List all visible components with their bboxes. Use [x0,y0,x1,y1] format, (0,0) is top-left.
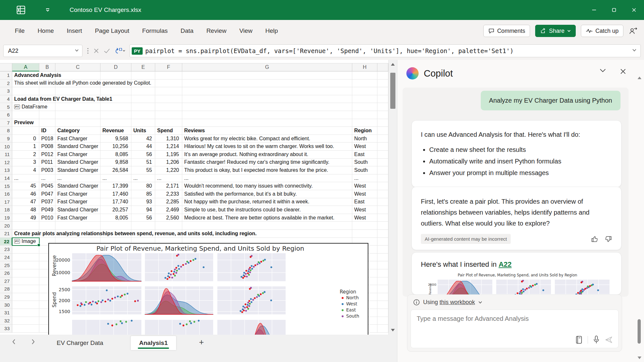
cell[interactable] [155,103,182,111]
send-icon[interactable] [605,336,613,344]
cell[interactable] [377,285,388,293]
cell[interactable]: Fast Charger [55,214,100,222]
column-header-A[interactable]: A [12,63,39,71]
cell[interactable]: P047 [39,190,55,198]
row-header-9[interactable]: 9 [0,135,12,143]
row-header-13[interactable]: 13 [0,166,12,174]
cell[interactable] [377,143,388,151]
cell[interactable]: Region [352,127,377,135]
cell[interactable]: P012 [39,151,55,159]
ribbon-tab-data[interactable]: Data [181,27,194,34]
column-header-E[interactable]: E [131,63,155,71]
cell[interactable] [39,222,55,230]
row-header-33[interactable]: 33 [0,325,12,333]
cell[interactable]: Mediocre at best. There are better optio… [182,214,352,222]
copilot-scroll-up-icon[interactable] [637,76,642,80]
cell[interactable]: 8,005 [100,214,131,222]
column-header-filler[interactable] [377,63,388,71]
copilot-scroll-down-icon[interactable] [637,356,642,360]
copilot-message-input[interactable]: Type a message for Advanced Analysis [411,310,619,348]
next-sheet-icon[interactable] [30,339,36,345]
cell[interactable]: Satisfied with the performance, but it's… [182,190,352,198]
cell[interactable] [377,309,388,317]
cell[interactable]: West [352,143,377,151]
cell[interactable]: P011 [39,159,55,167]
cell[interactable]: Not happy with the purchase, returned it… [182,198,352,206]
inserted-chart-preview[interactable]: Pair Plot of Revenue, Marketing Spend, a… [421,273,612,295]
row-header-10[interactable]: 10 [0,143,12,151]
cell[interactable] [352,230,377,238]
cell[interactable]: Fast Charger [55,135,100,143]
ribbon-tab-page-layout[interactable]: Page Layout [95,27,129,34]
enter-check-icon[interactable] [104,48,110,54]
row-header-29[interactable]: 29 [0,293,12,301]
cell[interactable]: PYDataFrame [12,103,39,111]
row-header-3[interactable]: 3 [0,87,12,95]
ribbon-tab-review[interactable]: Review [206,27,226,34]
cell[interactable]: 45 [12,182,39,190]
cell[interactable]: Standard Charger [55,182,100,190]
name-box[interactable]: A22 [3,45,82,57]
cell[interactable]: 2 [12,151,39,159]
info-icon[interactable] [413,299,420,306]
cell[interactable]: 2,285 [155,198,182,206]
cell[interactable]: South [352,159,377,167]
cell[interactable]: Spend [155,127,182,135]
cell[interactable] [55,71,100,79]
cell[interactable]: Standard Charger [55,206,100,214]
cell[interactable]: 44 [131,143,155,151]
cell[interactable]: West [352,182,377,190]
cell[interactable] [377,174,388,182]
cell[interactable]: 42 [131,135,155,143]
cell[interactable] [131,71,155,79]
close-panel-icon[interactable] [620,68,626,75]
cell[interactable] [131,103,155,111]
column-header-F[interactable]: F [155,63,182,71]
cell[interactable]: ... [100,174,131,182]
cell[interactable]: West [352,214,377,222]
cell[interactable]: 93 [131,198,155,206]
cell[interactable] [12,246,39,254]
cell[interactable]: It's an average product. Nothing extraor… [182,151,352,159]
cell[interactable] [12,277,39,285]
collapse-panel-chevron-icon[interactable] [599,68,606,75]
cell[interactable] [377,151,388,159]
copilot-scrollbar[interactable] [637,74,642,360]
cell[interactable] [131,119,155,127]
cell[interactable] [100,111,131,119]
row-header-7[interactable]: 7 [0,119,12,127]
cell[interactable]: Standard Charger [55,166,100,174]
cell[interactable] [377,111,388,119]
cell[interactable] [182,79,352,88]
cell[interactable] [182,87,352,95]
cell[interactable] [182,103,352,111]
cell[interactable] [377,166,388,174]
row-header-22[interactable]: 22 [0,238,12,246]
scroll-down-icon[interactable] [390,327,396,333]
cell[interactable]: Units [131,127,155,135]
cell[interactable]: Fantastic charger! Reduced my car's char… [182,159,352,167]
row-header-6[interactable]: 6 [0,111,12,119]
cell[interactable] [155,79,182,88]
prompt-library-icon[interactable] [575,336,582,344]
row-header-24[interactable]: 24 [0,254,12,262]
cell[interactable] [100,71,131,79]
cell[interactable] [377,159,388,167]
cell[interactable]: ... [182,174,352,182]
row-header-21[interactable]: 21 [0,230,12,238]
cell[interactable] [377,182,388,190]
cell[interactable] [377,293,388,301]
cell[interactable] [377,95,388,103]
cell[interactable] [182,119,352,127]
cell[interactable] [377,103,388,111]
cell[interactable]: P010 [39,214,55,222]
cell[interactable]: 2,233 [155,190,182,198]
cell[interactable] [377,261,388,269]
cell[interactable] [100,103,131,111]
cell[interactable] [182,111,352,119]
column-header-C[interactable]: C [55,63,100,71]
row-header-12[interactable]: 12 [0,159,12,167]
cell[interactable] [352,71,377,79]
cell[interactable]: North [352,135,377,143]
cell[interactable]: Wouldn't recommend, too many issues with… [182,182,352,190]
